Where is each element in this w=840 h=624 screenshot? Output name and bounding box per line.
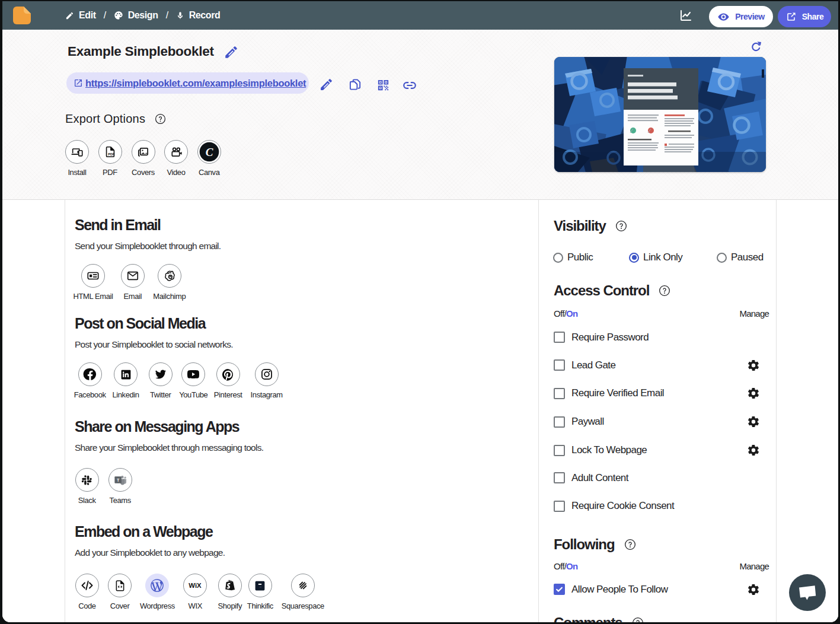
- svg-text:T: T: [117, 477, 120, 482]
- svg-text:PDF: PDF: [108, 152, 115, 156]
- svg-text:WiX: WiX: [189, 582, 202, 589]
- svg-text:C: C: [205, 146, 213, 158]
